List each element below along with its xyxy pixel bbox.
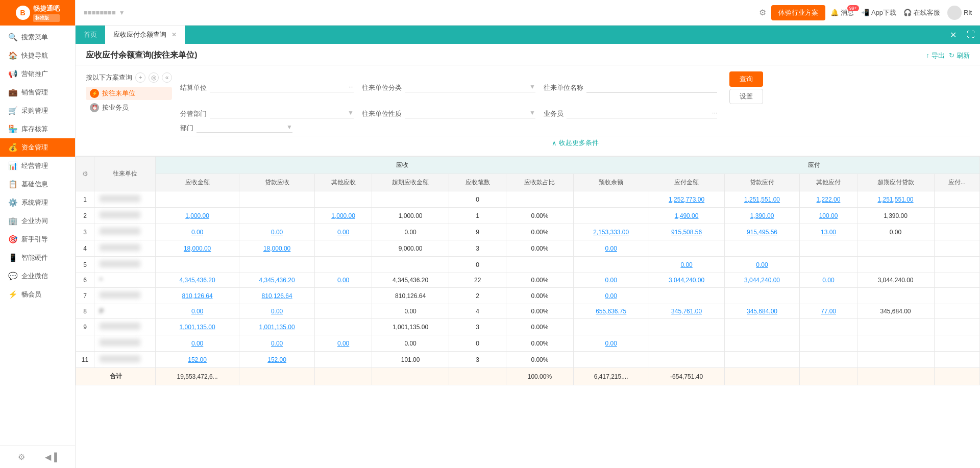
ar-loan[interactable]: 810,126.64 — [239, 288, 315, 304]
footer-ap-overdue — [857, 368, 934, 385]
partner-category-chevron[interactable]: ▼ — [529, 83, 535, 90]
prepaid[interactable]: 655,636.75 — [573, 304, 649, 319]
footer-settings-icon[interactable]: ⚙ — [18, 452, 25, 462]
online-service-btn[interactable]: 🎧 在线客服 — [903, 8, 940, 17]
ap-other[interactable]: 0.00 — [800, 273, 857, 288]
prepaid[interactable]: 0.00 — [573, 335, 649, 352]
sidebar-item-purchase[interactable]: 🛒 采购管理 — [0, 102, 75, 120]
ar-amount[interactable]: 1,000.00 — [156, 208, 239, 224]
ap-amount[interactable]: 1,490.00 — [649, 208, 724, 224]
ar-amount[interactable]: 152.00 — [156, 352, 239, 368]
scheme-by-staff[interactable]: ⏰ 按业务员 — [86, 101, 172, 114]
salesperson-dots[interactable]: ··· — [712, 109, 717, 116]
sidebar-item-hardware[interactable]: 📱 智能硬件 — [0, 249, 75, 267]
ar-amount[interactable]: 810,126.64 — [156, 288, 239, 304]
partner-name-input[interactable] — [586, 83, 717, 91]
set-button[interactable]: 设置 — [729, 89, 763, 104]
ap-amount[interactable]: 345,761.00 — [649, 304, 724, 319]
ar-other[interactable]: 1,000.00 — [315, 208, 372, 224]
ar-loan[interactable]: 1,001,135.00 — [239, 319, 315, 335]
ar-loan[interactable]: 0.00 — [239, 335, 315, 352]
sidebar-item-wechat[interactable]: 💬 企业微信 — [0, 267, 75, 285]
sidebar-item-system[interactable]: ⚙️ 系统管理 — [0, 193, 75, 212]
ap-loan[interactable]: 0.00 — [724, 257, 800, 273]
prepaid[interactable]: 0.00 — [573, 273, 649, 288]
edition-badge: 标准版 — [33, 14, 60, 22]
ap-other[interactable]: 1,222.00 — [800, 191, 857, 208]
footer-collapse-icon[interactable]: ◀▐ — [45, 452, 57, 462]
ap-amount[interactable]: 1,252,773.00 — [649, 191, 724, 208]
ar-other[interactable]: 0.00 — [315, 224, 372, 240]
prepaid[interactable]: 2,153,333.00 — [573, 224, 649, 240]
query-button[interactable]: 查询 — [729, 71, 763, 87]
sidebar-item-operation[interactable]: 📊 经营管理 — [0, 157, 75, 175]
collapse-scheme-icon[interactable]: « — [162, 72, 172, 83]
tab-close-all-icon[interactable]: ✕ — [945, 30, 962, 40]
tab-expand-icon[interactable]: ⛶ — [962, 30, 980, 39]
ar-other[interactable]: 0.00 — [315, 273, 372, 288]
ar-count: 3 — [449, 352, 506, 368]
partner-nature-chevron[interactable]: ▼ — [529, 109, 535, 116]
export-button[interactable]: ↑ 导出 — [926, 51, 945, 60]
add-scheme-icon[interactable]: + — [135, 72, 145, 83]
ar-ratio: 0.00% — [506, 273, 574, 288]
ap-loan[interactable]: 3,044,240.00 — [724, 273, 800, 288]
ap-loan[interactable]: 1,251,551.00 — [724, 191, 800, 208]
ap-amount[interactable]: 915,508.56 — [649, 224, 724, 240]
tab-home[interactable]: 首页 — [76, 26, 105, 44]
ar-amount[interactable]: 0.00 — [156, 304, 239, 319]
tab-ar-balance[interactable]: 应收应付余额查询 ✕ — [105, 26, 185, 44]
settings-scheme-icon[interactable]: ◎ — [149, 72, 159, 83]
prepaid[interactable]: 0.00 — [573, 240, 649, 257]
sidebar-item-guide[interactable]: 🎯 新手引导 — [0, 230, 75, 249]
ar-amount[interactable]: 4,345,436.20 — [156, 273, 239, 288]
ap-other[interactable]: 13.00 — [800, 224, 857, 240]
dept-chevron[interactable]: ▼ — [286, 124, 292, 131]
ap-other[interactable]: 100.00 — [800, 208, 857, 224]
table-settings-icon[interactable]: ⚙ — [82, 170, 88, 178]
ap-amount[interactable]: 0.00 — [649, 257, 724, 273]
ap-loan[interactable]: 1,390.00 — [724, 208, 800, 224]
sidebar-item-basic[interactable]: 📋 基础信息 — [0, 175, 75, 193]
ar-loan[interactable]: 18,000.00 — [239, 240, 315, 257]
promo-button[interactable]: 体验行业方案 — [771, 5, 825, 20]
settings-icon[interactable]: ⚙ — [759, 8, 766, 17]
ap-other[interactable]: 77.00 — [800, 304, 857, 319]
ar-loan[interactable]: 4,345,436.20 — [239, 273, 315, 288]
settlement-dots[interactable]: ··· — [349, 83, 354, 90]
sidebar-item-enterprise[interactable]: 🏢 企业协同 — [0, 212, 75, 230]
sidebar-item-inventory[interactable]: 🏪 库存核算 — [0, 120, 75, 138]
ar-amount[interactable]: 1,001,135.00 — [156, 319, 239, 335]
ar-other[interactable]: 0.00 — [315, 335, 372, 352]
ar-loan[interactable]: 0.00 — [239, 224, 315, 240]
dept-head-chevron[interactable]: ▼ — [348, 109, 354, 116]
more-conditions-btn[interactable]: ∧ 收起更多条件 — [180, 136, 970, 150]
ar-ratio: 0.00% — [506, 304, 574, 319]
prepaid[interactable]: 0.00 — [573, 288, 649, 304]
ap-overdue[interactable]: 1,251,551.00 — [857, 191, 934, 208]
user-avatar-btn[interactable]: Rit — [947, 6, 972, 20]
sidebar-item-fund[interactable]: 💰 资金管理 — [0, 138, 75, 157]
ar-amount[interactable]: 0.00 — [156, 335, 239, 352]
refresh-button[interactable]: ↻ 刷新 — [949, 51, 970, 60]
sidebar-item-quick[interactable]: 🏠 快捷导航 — [0, 46, 75, 65]
sidebar-item-label: 资金管理 — [21, 143, 48, 152]
ap-amount[interactable]: 3,044,240.00 — [649, 273, 724, 288]
ap-loan[interactable]: 915,495.56 — [724, 224, 800, 240]
sidebar-item-sales[interactable]: 💼 销售管理 — [0, 83, 75, 102]
ap-loan[interactable]: 345,684.00 — [724, 304, 800, 319]
ar-amount[interactable]: 18,000.00 — [156, 240, 239, 257]
notifications-btn[interactable]: 🔔 消息 99+ — [830, 8, 854, 17]
app-download-btn[interactable]: 📲 App下载 — [861, 8, 896, 17]
table-row: 7 810,126.64 810,126.64 810,126.64 2 0.0… — [76, 288, 980, 304]
ar-loan[interactable]: 152.00 — [239, 352, 315, 368]
tab-close-icon[interactable]: ✕ — [172, 31, 177, 38]
scheme-by-partner[interactable]: ⚡ 按往来单位 — [86, 87, 172, 100]
sidebar-item-marketing[interactable]: 📢 营销推广 — [0, 65, 75, 83]
row-no: 1 — [76, 191, 94, 208]
sidebar-item-member[interactable]: ⚡ 畅会员 — [0, 285, 75, 304]
sidebar-item-search[interactable]: 🔍 搜索菜单 — [0, 28, 75, 46]
scheme-label: 按以下方案查询 — [86, 73, 132, 82]
ar-amount[interactable]: 0.00 — [156, 224, 239, 240]
ar-loan[interactable]: 0.00 — [239, 304, 315, 319]
